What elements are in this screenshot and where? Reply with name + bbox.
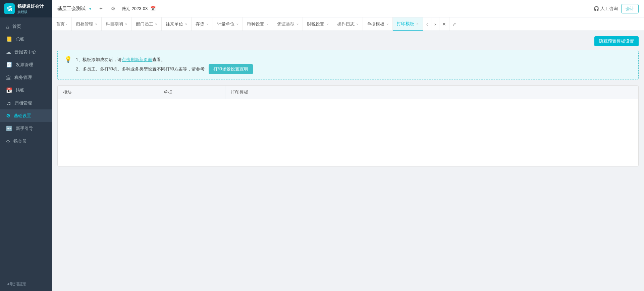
banner-line2-text: 2、多员工、多打印机、多种业务类型设置不同打印方案等，请参考 [76, 66, 205, 71]
home-icon: ⌂ [6, 24, 9, 30]
account-button[interactable]: 会计 [621, 4, 639, 13]
tab-close-inventory[interactable]: × [206, 22, 208, 26]
sidebar-label-home: 首页 [12, 23, 21, 30]
sidebar-item-ledger[interactable]: 📒 总账 [0, 33, 52, 46]
sidebar-nav: ⌂ 首页 📒 总账 ☁ 云报表中心 🧾 发票管理 🏛 税务管理 📆 结账 🗂 归… [0, 17, 52, 277]
sidebar-label-archive: 归档管理 [14, 100, 32, 106]
tab-close-currency[interactable]: × [266, 22, 268, 26]
tab-prev-button[interactable]: ‹ [423, 17, 431, 31]
tab-label-measure-unit: 计量单位 [217, 21, 234, 27]
th-single-label: 单据 [164, 89, 172, 95]
calendar-icon[interactable]: 📅 [150, 6, 156, 11]
tab-close-partners[interactable]: × [185, 22, 187, 26]
logo-icon: 畅 [4, 3, 15, 14]
tab-close-dept-staff[interactable]: × [155, 22, 157, 26]
tab-label-partners: 往来单位 [166, 21, 183, 27]
banner-refresh-link[interactable]: 点击刷新新页面 [122, 57, 152, 62]
tab-next-button[interactable]: › [431, 17, 439, 31]
sidebar-logo: 畅 畅捷通好会计 旗舰版 [0, 0, 52, 17]
archive-icon: 🗂 [6, 100, 11, 106]
support-button[interactable]: 🎧 人工咨询 [594, 6, 618, 12]
tab-home[interactable]: 首页 ‹ [52, 17, 72, 31]
banner-line1-pre: 1、模板添加成功后，请 [76, 57, 122, 62]
support-label: 人工咨询 [600, 6, 618, 12]
tab-close-all-button[interactable]: ✕ [439, 17, 449, 31]
page-top-right: 隐藏预置模板设置 [57, 36, 639, 46]
sidebar-item-home[interactable]: ⌂ 首页 [0, 20, 52, 33]
sidebar-label-member: 畅会员 [13, 138, 26, 144]
settings-button[interactable]: ⚙ [108, 4, 118, 13]
sidebar-label-guide: 新手引导 [16, 126, 33, 132]
sidebar-item-invoice[interactable]: 🧾 发票管理 [0, 58, 52, 71]
sidebar-item-archive[interactable]: 🗂 归档管理 [0, 97, 52, 109]
company-selector[interactable]: 基层工会测试 ▼ [57, 6, 92, 12]
logo-text: 畅捷通好会计 旗舰版 [17, 3, 44, 14]
sidebar: 畅 畅捷通好会计 旗舰版 ⌂ 首页 📒 总账 ☁ 云报表中心 🧾 发票管理 🏛 … [0, 0, 52, 291]
invoice-icon: 🧾 [6, 62, 12, 68]
tab-archive-mgmt[interactable]: 归档管理 × [72, 17, 102, 31]
period-label: 账期 [122, 6, 130, 11]
tab-close-tax-settings[interactable]: × [326, 22, 328, 26]
tab-dept-staff[interactable]: 部门员工 × [132, 17, 162, 31]
tab-op-log[interactable]: 操作日志 × [333, 17, 363, 31]
tab-label-op-log: 操作日志 [337, 21, 355, 27]
hide-preview-button[interactable]: 隐藏预置模板设置 [594, 36, 639, 46]
main-area: 基层工会测试 ▼ ＋ ⚙ 账期 2023-03 📅 🎧 人工咨询 会计 首页 ‹ [52, 0, 644, 291]
page-content: 隐藏预置模板设置 💡 1、模板添加成功后，请点击刷新新页面查看。 2、多员工、多… [52, 31, 644, 291]
banner-line1: 1、模板添加成功后，请点击刷新新页面查看。 [76, 55, 632, 64]
closing-icon: 📆 [6, 87, 12, 93]
tab-label-print-template: 打印模板 [397, 21, 414, 27]
sidebar-item-member[interactable]: ◇ 畅会员 [0, 135, 52, 148]
th-single: 单据 [158, 86, 225, 99]
sidebar-item-guide[interactable]: 🆕 新手引导 [0, 122, 52, 135]
sidebar-label-invoice: 发票管理 [16, 62, 33, 68]
sidebar-item-report[interactable]: ☁ 云报表中心 [0, 46, 52, 58]
logo-sub: 旗舰版 [17, 10, 44, 14]
tab-nav-arrow-home: ‹ [66, 22, 67, 26]
th-template: 打印模板 [225, 86, 638, 99]
tab-single-form[interactable]: 单据模板 × [363, 17, 393, 31]
sidebar-item-settings[interactable]: ⚙ 基础设置 [0, 109, 52, 122]
topbar-period: 账期 2023-03 📅 [122, 6, 156, 12]
tab-tax-settings[interactable]: 财税设置 × [303, 17, 333, 31]
tab-partners[interactable]: 往来单位 × [162, 17, 192, 31]
bulb-icon: 💡 [64, 56, 72, 63]
tax-icon: 🏛 [6, 75, 11, 81]
tab-label-voucher-type: 凭证类型 [277, 21, 294, 27]
tab-close-voucher-type[interactable]: × [297, 22, 299, 26]
print-scene-button[interactable]: 打印场景设置宣明 [209, 64, 253, 74]
info-banner: 💡 1、模板添加成功后，请点击刷新新页面查看。 2、多员工、多打印机、多种业务类… [57, 50, 639, 80]
tab-currency[interactable]: 币种设置 × [243, 17, 273, 31]
add-tab-button[interactable]: ＋ [96, 4, 106, 13]
tab-label-currency: 币种设置 [247, 21, 264, 27]
tab-close-subject-init[interactable]: × [125, 22, 127, 26]
table-container: 模块 单据 打印模板 [57, 85, 639, 166]
tab-close-op-log[interactable]: × [357, 22, 359, 26]
ledger-icon: 📒 [6, 36, 12, 42]
tab-inventory[interactable]: 存货 × [192, 17, 213, 31]
th-module-label: 模块 [63, 89, 72, 95]
tab-voucher-type[interactable]: 凭证类型 × [273, 17, 303, 31]
tabbar: 首页 ‹ 归档管理 × 科目期初 × 部门员工 × 往来单位 × 存货 × 计量… [52, 17, 644, 31]
tab-close-archive-mgmt[interactable]: × [95, 22, 97, 26]
tab-label-dept-staff: 部门员工 [136, 21, 153, 27]
sidebar-footer[interactable]: ◄取消固定 [0, 277, 52, 291]
tab-label-subject-init: 科目期初 [106, 21, 123, 27]
banner-line1-post: 查看。 [152, 57, 165, 62]
topbar-actions: ＋ ⚙ [96, 4, 118, 13]
sidebar-item-tax[interactable]: 🏛 税务管理 [0, 71, 52, 84]
tab-label-archive-mgmt: 归档管理 [76, 21, 93, 27]
tab-measure-unit[interactable]: 计量单位 × [213, 17, 243, 31]
tab-expand-button[interactable]: ⤢ [449, 17, 459, 31]
tab-close-print-template[interactable]: × [416, 22, 418, 26]
tab-label-home: 首页 [56, 21, 65, 27]
sidebar-label-tax: 税务管理 [14, 75, 32, 81]
member-icon: ◇ [6, 138, 10, 144]
sidebar-label-settings: 基础设置 [14, 113, 31, 119]
tab-print-template[interactable]: 打印模板 × [393, 17, 423, 31]
tab-subject-init[interactable]: 科目期初 × [102, 17, 131, 31]
tab-close-single-form[interactable]: × [386, 22, 388, 26]
table-header: 模块 单据 打印模板 [58, 86, 638, 99]
tab-close-measure-unit[interactable]: × [236, 22, 238, 26]
sidebar-item-closing[interactable]: 📆 结账 [0, 84, 52, 97]
